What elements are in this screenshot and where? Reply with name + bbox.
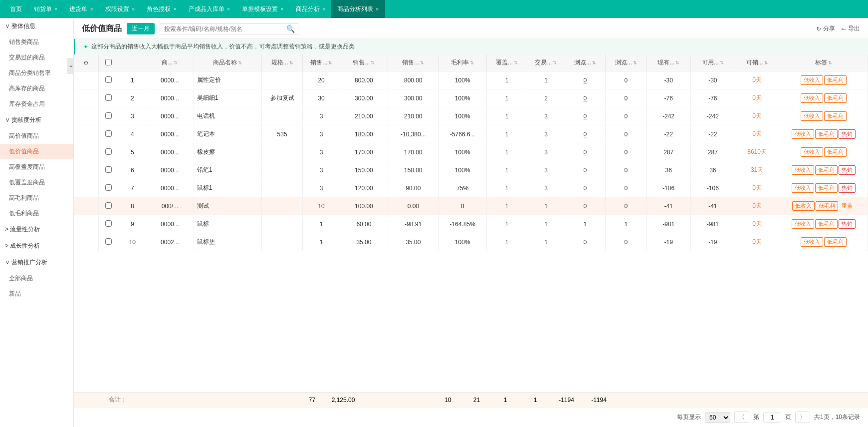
row-checkbox[interactable] [98,143,119,161]
row-select-checkbox[interactable] [105,94,112,101]
prev-page-btn[interactable]: 〈 [734,412,749,423]
sidebar-item-sales-goods[interactable]: 销售类商品 [0,34,73,50]
browse1-value[interactable]: 0 [584,113,587,120]
row-checkbox[interactable] [98,71,119,89]
row-browse1[interactable]: 0 [565,71,606,89]
row-checkbox[interactable] [98,89,119,107]
sidebar-item-low-value[interactable]: 低价值商品 [0,144,73,159]
row-select-checkbox[interactable] [105,76,112,83]
nav-finished-goods[interactable]: 产成品入库单 × [183,0,236,18]
sidebar-item-high-coverage[interactable]: 高覆盖度商品 [0,159,73,175]
select-all-checkbox[interactable] [105,59,112,65]
col-sale-amt[interactable]: 销售...⇅ [388,54,438,71]
sidebar-item-traded-goods[interactable]: 交易过的商品 [0,50,73,65]
col-sale-price[interactable]: 销售...⇅ [340,54,388,71]
row-browse1[interactable]: 0 [565,233,606,251]
col-checkbox[interactable] [98,54,119,71]
sidebar-collapse-btn[interactable]: « [67,58,74,74]
row-browse1[interactable]: 0 [565,179,606,197]
close-purchase-icon[interactable]: × [90,6,93,12]
per-page-select[interactable]: 50 100 [705,412,730,423]
col-trade[interactable]: 交易...⇅ [527,54,565,71]
col-saleable[interactable]: 可销...⇅ [735,54,779,71]
row-browse1[interactable]: 0 [565,125,606,143]
close-analysis-icon[interactable]: × [322,6,325,12]
col-browse1[interactable]: 浏览...⇅ [565,54,606,71]
row-checkbox[interactable] [98,125,119,143]
sidebar-item-high-value[interactable]: 高价值商品 [0,128,73,144]
browse1-value[interactable]: 0 [584,131,587,138]
row-checkbox[interactable] [98,215,119,233]
sidebar-item-new-goods[interactable]: 新品 [0,286,73,302]
row-browse1[interactable]: 0 [565,89,606,107]
row-browse1[interactable]: 0 [565,143,606,161]
close-sales-order-icon[interactable]: × [54,6,57,12]
browse1-value[interactable]: 0 [584,185,587,192]
col-tag[interactable]: 标签⇅ [779,54,868,71]
row-select-checkbox[interactable] [105,220,112,227]
nav-sales-order[interactable]: 销货单 × [28,0,63,18]
nav-analysis-list[interactable]: 商品分析列表 × [331,0,385,18]
sidebar-section-traffic[interactable]: > 流量性分析 [0,221,73,238]
sidebar-item-low-coverage[interactable]: 低覆盖度商品 [0,175,73,190]
nav-permissions[interactable]: 权限设置 × [99,0,141,18]
sidebar-item-stock-capital[interactable]: 库存资金占用 [0,96,73,112]
row-select-checkbox[interactable] [105,112,112,119]
col-name[interactable]: 商品名称⇅ [194,54,261,71]
close-template-icon[interactable]: × [280,6,283,12]
row-checkbox[interactable] [98,197,119,215]
close-role-icon[interactable]: × [173,6,176,12]
sidebar-item-low-margin[interactable]: 低毛利商品 [0,206,73,221]
nav-template-settings[interactable]: 单据模板设置 × [236,0,289,18]
row-checkbox[interactable] [98,161,119,179]
row-checkbox[interactable] [98,107,119,125]
row-select-checkbox[interactable] [105,148,112,155]
share-btn[interactable]: ↻ 分享 [816,24,835,33]
row-select-checkbox[interactable] [105,184,112,191]
row-browse1[interactable]: 0 [565,107,606,125]
col-sale-qty[interactable]: 销售...⇅ [303,54,340,71]
row-browse1[interactable]: 0 [565,197,606,215]
col-code[interactable]: 商...⇅ [146,54,194,71]
row-browse1[interactable]: 1 [565,215,606,233]
col-gross-rate[interactable]: 毛利率⇅ [439,54,487,71]
col-settings[interactable]: ⚙ [74,54,98,71]
close-list-icon[interactable]: × [376,6,379,12]
close-permissions-icon[interactable]: × [132,6,135,12]
row-browse1[interactable]: 0 [565,161,606,179]
col-coverage[interactable]: 覆盖...⇅ [486,54,527,71]
sidebar-section-marketing[interactable]: ∨ 营销推广分析 [0,254,73,271]
sidebar-item-all-goods[interactable]: 全部商品 [0,271,73,286]
nav-product-analysis[interactable]: 商品分析 × [290,0,331,18]
browse1-value[interactable]: 0 [584,167,587,174]
col-avail[interactable]: 现有...⇅ [647,54,691,71]
search-input[interactable] [164,25,283,32]
browse1-value[interactable]: 0 [584,77,587,84]
col-spec[interactable]: 规格...⇅ [262,54,303,71]
browse1-value[interactable]: 1 [584,221,587,228]
browse1-value[interactable]: 0 [584,203,587,210]
export-btn[interactable]: ↼ 导出 [841,24,860,33]
next-page-btn[interactable]: 〉 [795,412,810,423]
sidebar-item-category-rate[interactable]: 商品分类销售率 [0,65,73,81]
nav-home[interactable]: 首页 [4,0,28,18]
row-select-checkbox[interactable] [105,130,112,137]
close-finished-icon[interactable]: × [227,6,230,12]
row-select-checkbox[interactable] [105,202,112,209]
col-usable[interactable]: 可用...⇅ [691,54,735,71]
search-icon[interactable]: 🔍 [286,25,295,33]
page-input[interactable] [763,413,781,423]
browse1-value[interactable]: 0 [584,149,587,156]
row-select-checkbox[interactable] [105,238,112,245]
nav-role-auth[interactable]: 角色授权 × [141,0,182,18]
browse1-value[interactable]: 0 [584,95,587,102]
sidebar-item-high-stock[interactable]: 高库存的商品 [0,81,73,96]
sidebar-section-contribution[interactable]: ∨ 贡献度分析 [0,112,73,128]
nav-purchase-order[interactable]: 进货单 × [63,0,99,18]
sidebar-section-overall[interactable]: ∨ 整体信息 [0,18,73,34]
date-filter-btn[interactable]: 近一月 [127,23,155,34]
browse1-value[interactable]: 0 [584,239,587,246]
sidebar-item-high-margin[interactable]: 高毛利商品 [0,190,73,206]
row-checkbox[interactable] [98,233,119,251]
row-checkbox[interactable] [98,179,119,197]
